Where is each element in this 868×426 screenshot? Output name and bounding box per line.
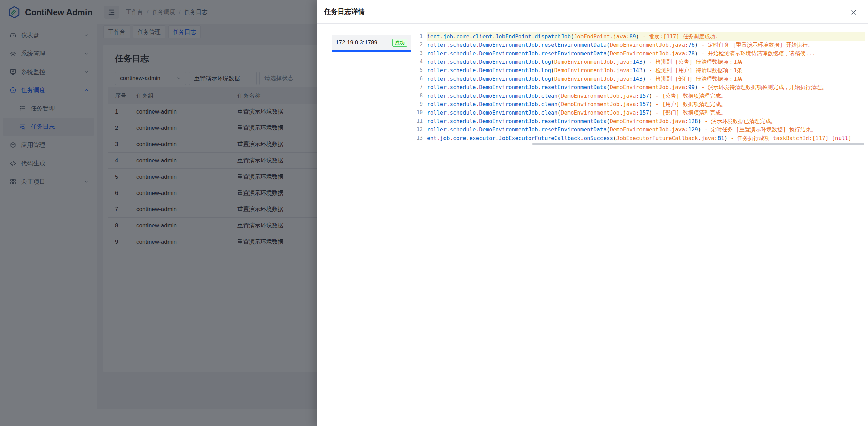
log-line: 5roller.schedule.DemoEnvironmentJob.log(… — [415, 66, 865, 75]
log-line-number: 13 — [415, 134, 423, 142]
log-viewer: 1ient.job.core.client.JobEndPoint.dispat… — [415, 32, 865, 142]
instance-box: 172.19.0.3:1789 成功 — [332, 35, 411, 50]
log-line-text: roller.schedule.DemoEnvironmentJob.reset… — [427, 125, 865, 134]
log-line: 13ent.job.core.executor.JobExecutorFutur… — [415, 134, 865, 142]
log-line-text: roller.schedule.DemoEnvironmentJob.log(D… — [427, 75, 865, 83]
log-line-number: 12 — [415, 125, 423, 134]
log-line-text: roller.schedule.DemoEnvironmentJob.clean… — [427, 92, 865, 100]
drawer-body: 172.19.0.3:1789 成功 1ient.job.core.client… — [317, 24, 868, 426]
instance-tab[interactable]: 172.19.0.3:1789 成功 — [332, 35, 411, 52]
log-line-number: 8 — [415, 92, 423, 100]
log-line-text: roller.schedule.DemoEnvironmentJob.reset… — [427, 83, 865, 92]
log-line: 1ient.job.core.client.JobEndPoint.dispat… — [415, 32, 865, 41]
log-line: 8roller.schedule.DemoEnvironmentJob.clea… — [415, 92, 865, 100]
log-line-number: 3 — [415, 49, 423, 58]
job-log-detail-drawer: 任务日志详情 172.19.0.3:1789 成功 1ient.job.core… — [317, 0, 868, 426]
active-tab-indicator — [332, 50, 411, 52]
log-line-text: ient.job.core.client.JobEndPoint.dispatc… — [427, 32, 865, 41]
log-line: 2roller.schedule.DemoEnvironmentJob.rese… — [415, 41, 865, 49]
close-icon[interactable] — [850, 8, 858, 16]
horizontal-scrollbar-thumb[interactable] — [532, 143, 864, 145]
drawer-title: 任务日志详情 — [324, 7, 365, 16]
log-line: 12roller.schedule.DemoEnvironmentJob.res… — [415, 125, 865, 134]
log-line-number: 11 — [415, 117, 423, 125]
log-line-text: roller.schedule.DemoEnvironmentJob.log(D… — [427, 58, 865, 66]
log-line-text: ent.job.core.executor.JobExecutorFutureC… — [427, 134, 865, 142]
log-line-text: roller.schedule.DemoEnvironmentJob.reset… — [427, 117, 865, 125]
log-line-number: 5 — [415, 66, 423, 75]
log-line: 6roller.schedule.DemoEnvironmentJob.log(… — [415, 75, 865, 83]
log-line: 3roller.schedule.DemoEnvironmentJob.rese… — [415, 49, 865, 58]
log-line-text: roller.schedule.DemoEnvironmentJob.reset… — [427, 49, 865, 58]
log-line: 9roller.schedule.DemoEnvironmentJob.clea… — [415, 100, 865, 108]
log-line-number: 6 — [415, 75, 423, 83]
instance-address: 172.19.0.3:1789 — [336, 39, 377, 46]
log-line-number: 2 — [415, 41, 423, 49]
log-line-text: roller.schedule.DemoEnvironmentJob.reset… — [427, 41, 865, 49]
log-line-number: 7 — [415, 83, 423, 92]
log-line: 11roller.schedule.DemoEnvironmentJob.res… — [415, 117, 865, 125]
status-badge: 成功 — [392, 39, 407, 47]
log-line-number: 1 — [415, 32, 423, 41]
log-line-number: 4 — [415, 58, 423, 66]
drawer-header: 任务日志详情 — [317, 0, 868, 24]
log-line-number: 10 — [415, 108, 423, 117]
log-line: 10roller.schedule.DemoEnvironmentJob.cle… — [415, 108, 865, 117]
log-line-number: 9 — [415, 100, 423, 108]
log-line: 4roller.schedule.DemoEnvironmentJob.log(… — [415, 58, 865, 66]
log-line-text: roller.schedule.DemoEnvironmentJob.log(D… — [427, 66, 865, 75]
log-line-text: roller.schedule.DemoEnvironmentJob.clean… — [427, 108, 865, 117]
log-line-text: roller.schedule.DemoEnvironmentJob.clean… — [427, 100, 865, 108]
log-line: 7roller.schedule.DemoEnvironmentJob.rese… — [415, 83, 865, 92]
